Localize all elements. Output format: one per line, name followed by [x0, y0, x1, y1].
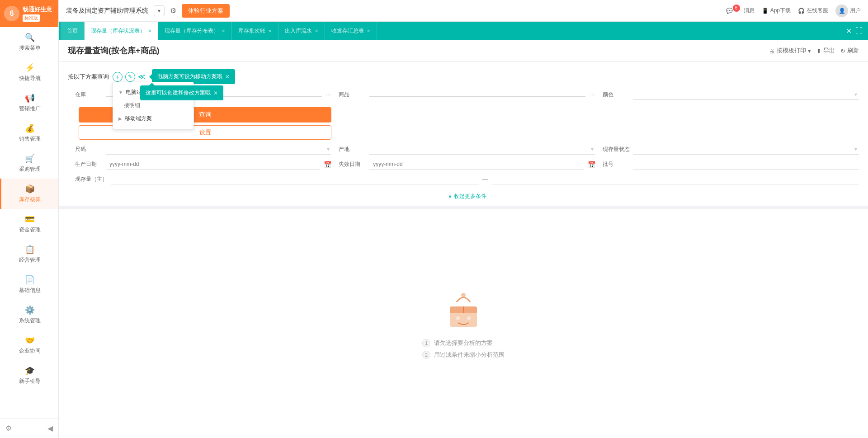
print-button[interactable]: 🖨 按模板打印 ▾: [769, 47, 811, 55]
main-area: 装备及固定资产辅助管理系统 ▾ ⚙ 体验行业方案 💬 6 消息 📱 App下载 …: [59, 0, 868, 438]
origin-chevron-icon: ▾: [591, 146, 594, 152]
sidebar-nav: 🔍 搜索菜单 ⚡ 快捷导航 📢 营销推广 💰 销售管理 🛒 采购管理 📦 库存核…: [0, 27, 58, 418]
svg-point-7: [461, 293, 466, 297]
sidebar-item-sales[interactable]: 💰 销售管理: [0, 118, 58, 148]
tab-summary[interactable]: 收发存汇总表 ✕: [325, 22, 377, 40]
product-dots-icon[interactable]: ···: [589, 91, 595, 99]
tab-close-icon[interactable]: ✕: [367, 28, 370, 33]
gear-icon: ⚙️: [25, 305, 35, 315]
export-button[interactable]: ⬆ 导出: [816, 47, 835, 55]
batch-input[interactable]: [633, 159, 859, 170]
color-select[interactable]: ▾: [633, 89, 859, 100]
add-scheme-button[interactable]: +: [113, 72, 123, 82]
sidebar-item-label: 资金管理: [19, 226, 41, 234]
tab-close-icon[interactable]: ✕: [222, 28, 225, 33]
stock-qty-to-input[interactable]: [492, 174, 859, 184]
sidebar-item-basic[interactable]: 📄 基础信息: [0, 269, 58, 300]
production-date-calendar-icon[interactable]: 📅: [324, 161, 331, 168]
user-action[interactable]: 👤 用户: [835, 5, 861, 17]
tab-close-icon[interactable]: ✕: [315, 28, 318, 33]
scheme-sub-item[interactable]: 接明细: [113, 99, 193, 112]
tab-batch[interactable]: 库存批次账 ✕: [232, 22, 278, 40]
sidebar-item-system[interactable]: ⚙️ 系统管理: [0, 300, 58, 330]
tab-fullscreen-icon[interactable]: ⛶: [855, 27, 863, 35]
tip-num-2: 2: [422, 351, 430, 359]
product-select[interactable]: [369, 93, 585, 97]
scheme-mobile[interactable]: ▶ 移动端方案: [113, 112, 193, 125]
sidebar-item-marketing[interactable]: 📢 营销推广: [0, 88, 58, 118]
empty-tips: 1 请先选择要分析的方案 2 用过滤条件来缩小分析范围: [422, 339, 505, 359]
tab-close-all-icon[interactable]: ✕: [846, 27, 852, 35]
sidebar-item-label: 采购管理: [19, 165, 41, 173]
sidebar-item-purchase[interactable]: 🛒 采购管理: [0, 148, 58, 179]
header-right: 💬 6 消息 📱 App下载 🎧 在线客服 👤 用户: [726, 5, 861, 17]
handshake-icon: 🤝: [25, 335, 35, 345]
tab-label: 现存量（库存状况表）: [91, 27, 145, 35]
logo-text: 畅通好生意: [23, 5, 52, 14]
expiry-date-input[interactable]: [369, 159, 584, 170]
tip-text-2: 用过滤条件来缩小分析范围: [434, 351, 505, 359]
product-label: 商品: [339, 91, 366, 99]
tab-label: 收发存汇总表: [331, 27, 364, 35]
tab-home[interactable]: 首页: [61, 22, 85, 40]
industry-button[interactable]: 体验行业方案: [182, 4, 230, 18]
settings-bottom-icon[interactable]: ⚙: [5, 424, 12, 433]
sidebar-item-label: 企业协同: [19, 347, 41, 355]
tab-inventory-dist[interactable]: 现存量（库存分布表） ✕: [158, 22, 232, 40]
system-dropdown[interactable]: ▾: [154, 5, 165, 16]
sidebar-item-label: 基础信息: [19, 287, 41, 294]
money-icon: 💰: [25, 123, 35, 133]
app-download-action[interactable]: 📱 App下载: [762, 7, 791, 14]
settings-icon[interactable]: ⚙: [170, 6, 176, 15]
color-chevron-icon: ▾: [854, 91, 857, 98]
expiry-date-calendar-icon[interactable]: 📅: [588, 161, 595, 168]
color-label: 颜色: [603, 91, 630, 99]
production-date-input[interactable]: [106, 159, 320, 170]
status-chevron-icon: ▾: [854, 146, 857, 152]
sidebar-item-nav[interactable]: ⚡ 快捷导航: [0, 57, 58, 88]
message-action[interactable]: 💬 6 消息: [726, 7, 755, 14]
empty-tip-1: 1 请先选择要分析的方案: [422, 339, 505, 347]
online-support-action[interactable]: 🎧 在线客服: [798, 7, 828, 14]
export-icon: ⬆: [816, 47, 821, 54]
create-tooltip-close[interactable]: ✕: [213, 90, 218, 96]
sidebar-item-management[interactable]: 📋 经营管理: [0, 239, 58, 269]
create-tooltip: 这里可以创建和修改方案哦 ✕: [140, 85, 223, 100]
back-scheme-button[interactable]: ≪: [138, 72, 146, 81]
edit-scheme-button[interactable]: ✎: [125, 72, 135, 82]
filter-field-size: 尺码 ▾: [75, 144, 331, 155]
sidebar-item-label: 快捷导航: [19, 75, 41, 82]
refresh-button[interactable]: ↻ 刷新: [840, 47, 859, 55]
warehouse-dots-icon[interactable]: ···: [326, 91, 331, 99]
collapse-button[interactable]: ∧ 收起更多条件: [448, 193, 486, 200]
stock-qty-from-input[interactable]: [111, 174, 479, 184]
size-select[interactable]: ▾: [106, 144, 331, 155]
page-header: 现存量查询(按仓库+商品) 🖨 按模板打印 ▾ ⬆ 导出 ↻ 刷新: [59, 40, 868, 62]
filter-field-expiry-date: 失效日期 📅: [339, 159, 595, 170]
phone-icon: 📱: [762, 8, 769, 14]
sidebar-bottom: ⚙ ◀: [0, 418, 58, 438]
tab-close-icon[interactable]: ✕: [148, 28, 151, 33]
sidebar-item-finance[interactable]: 💳 资金管理: [0, 209, 58, 239]
tab-close-icon[interactable]: ✕: [268, 28, 272, 33]
sidebar-item-inventory[interactable]: 📦 库存核算: [0, 179, 58, 209]
sidebar-item-corp[interactable]: 🤝 企业协同: [0, 330, 58, 360]
user-label: 用户: [850, 7, 861, 14]
sidebar-item-label: 库存核算: [19, 196, 41, 203]
box-icon: 📦: [25, 184, 35, 194]
filter-field-batch: 批号: [603, 159, 859, 170]
logo-icon: 6: [4, 5, 20, 22]
tab-flow[interactable]: 出入库流水 ✕: [278, 22, 325, 40]
tab-inventory-status[interactable]: 现存量（库存状况表） ✕: [85, 22, 158, 40]
filter-section: 按以下方案查询 + ✎ ≪ 电脑方案可设为移动方案哦 ✕ ▼ 电脑端方案: [59, 62, 868, 206]
scheme-tooltip-close[interactable]: ✕: [225, 74, 230, 80]
refresh-icon: ↻: [840, 47, 845, 54]
collapse-sidebar-icon[interactable]: ◀: [47, 424, 53, 433]
sidebar-item-guide[interactable]: 🎓 新手引导: [0, 360, 58, 391]
filter-label: 按以下方案查询: [68, 73, 109, 81]
message-badge: 6: [733, 5, 740, 12]
sidebar-item-search[interactable]: 🔍 搜索菜单: [0, 27, 58, 57]
filter-field-status: 现存量状态 ▾: [603, 144, 859, 155]
origin-select[interactable]: ▾: [369, 144, 595, 155]
status-select[interactable]: ▾: [633, 144, 859, 155]
